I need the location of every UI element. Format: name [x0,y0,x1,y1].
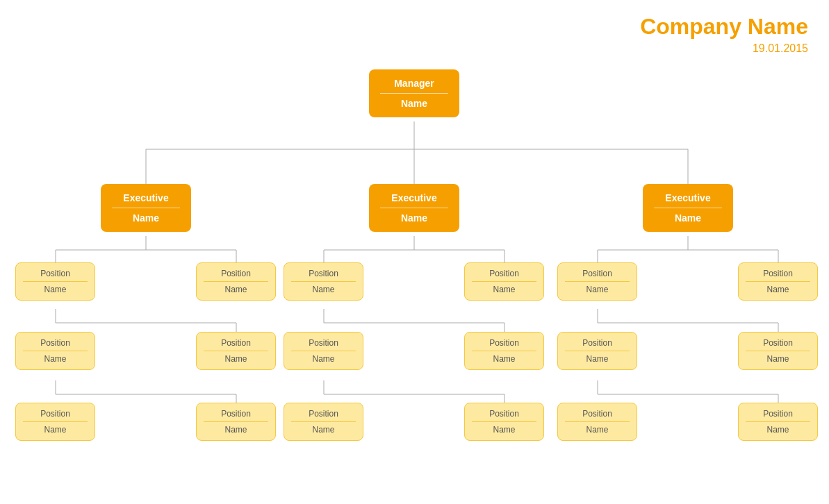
pos5-name: Name [565,285,630,294]
pos6-title: Position [746,269,810,282]
exec3-name: Name [654,212,722,224]
exec-node-1: Executive Name [101,184,191,232]
manager-name: Name [380,98,448,109]
pos-node-10: Position Name [464,332,544,370]
pos-node-4: Position Name [464,262,544,301]
pos-node-3: Position Name [284,262,363,301]
pos11-title: Position [565,338,630,351]
exec2-title: Executive [380,192,448,208]
pos-node-12: Position Name [738,332,818,370]
pos9-title: Position [291,338,356,351]
exec1-title: Executive [112,192,180,208]
pos-node-11: Position Name [557,332,637,370]
pos15-title: Position [291,409,356,422]
pos-node-17: Position Name [557,403,637,441]
pos6-name: Name [746,285,810,294]
pos3-name: Name [291,285,356,294]
pos5-title: Position [565,269,630,282]
pos16-title: Position [472,409,536,422]
pos1-name: Name [23,285,88,294]
pos-node-8: Position Name [196,332,276,370]
pos12-name: Name [746,354,810,364]
org-chart: Company Name 19.01.2015 [0,0,829,504]
pos-node-18: Position Name [738,403,818,441]
pos11-name: Name [565,354,630,364]
pos14-name: Name [204,425,268,435]
pos1-title: Position [23,269,88,282]
pos10-name: Name [472,354,536,364]
pos4-title: Position [472,269,536,282]
pos-node-14: Position Name [196,403,276,441]
pos-node-15: Position Name [284,403,363,441]
pos-node-13: Position Name [15,403,95,441]
pos18-title: Position [746,409,810,422]
pos-node-5: Position Name [557,262,637,301]
exec-node-2: Executive Name [369,184,459,232]
pos4-name: Name [472,285,536,294]
pos8-title: Position [204,338,268,351]
pos-node-2: Position Name [196,262,276,301]
manager-title: Manager [380,78,448,94]
exec2-name: Name [380,212,448,224]
pos2-title: Position [204,269,268,282]
pos-node-1: Position Name [15,262,95,301]
pos14-title: Position [204,409,268,422]
pos17-title: Position [565,409,630,422]
pos-node-6: Position Name [738,262,818,301]
pos7-title: Position [23,338,88,351]
pos3-title: Position [291,269,356,282]
pos12-title: Position [746,338,810,351]
exec-node-3: Executive Name [643,184,733,232]
manager-node: Manager Name [369,69,459,117]
company-date: 19.01.2015 [640,42,808,55]
pos16-name: Name [472,425,536,435]
pos17-name: Name [565,425,630,435]
pos-node-16: Position Name [464,403,544,441]
pos13-name: Name [23,425,88,435]
pos8-name: Name [204,354,268,364]
pos-node-9: Position Name [284,332,363,370]
company-header: Company Name 19.01.2015 [640,14,808,55]
pos10-title: Position [472,338,536,351]
pos2-name: Name [204,285,268,294]
pos18-name: Name [746,425,810,435]
pos-node-7: Position Name [15,332,95,370]
pos7-name: Name [23,354,88,364]
company-name: Company Name [640,14,808,40]
pos9-name: Name [291,354,356,364]
pos13-title: Position [23,409,88,422]
exec3-title: Executive [654,192,722,208]
pos15-name: Name [291,425,356,435]
exec1-name: Name [112,212,180,224]
